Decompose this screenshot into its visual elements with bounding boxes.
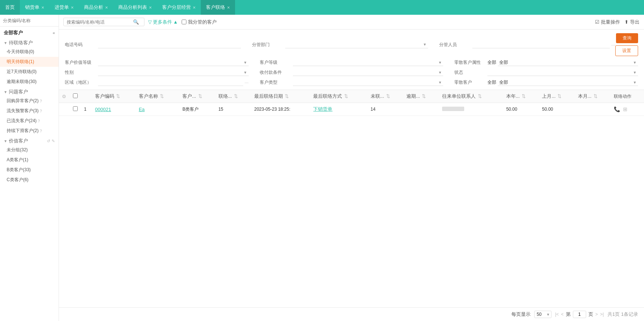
filter-payment: 收付款条件 ▼: [260, 69, 444, 76]
nav-sales[interactable]: 销货单 ✕: [20, 0, 49, 15]
nav-customer-seg[interactable]: 客户分层经营 ✕: [157, 0, 201, 15]
per-page-select[interactable]: 50 100 200: [534, 311, 552, 318]
close-icon[interactable]: ✕: [193, 6, 196, 10]
nav-analysis[interactable]: 商品分析 ✕: [79, 0, 113, 15]
sidebar-item-tomorrow[interactable]: 明天待联络(1): [0, 57, 59, 67]
sidebar-item-lost[interactable]: 已流失客户(24) ?: [0, 116, 59, 126]
edit-icon[interactable]: ✎: [52, 139, 55, 144]
search-bar-right: ☑ 批量操作 ⬆ 导出: [595, 19, 640, 25]
col-name[interactable]: 客户名称 ⇅: [136, 90, 180, 103]
export-btn[interactable]: ⬆ 导出: [624, 19, 640, 25]
search-input[interactable]: [67, 20, 133, 25]
filter-payment-select[interactable]: [293, 69, 444, 76]
refresh-icon[interactable]: ↺: [47, 139, 50, 144]
nav-customer-contact[interactable]: 客户联络 ✕: [201, 0, 235, 15]
search-input-wrap[interactable]: 🔍: [63, 18, 144, 26]
nav-purchase[interactable]: 进货单 ✕: [49, 0, 79, 15]
col-contacts[interactable]: 联络... ⇅: [216, 90, 251, 103]
col-last-contact-date[interactable]: 最后联络日期 ⇅: [251, 90, 311, 103]
customer-table: ⚙ 客户编码 ⇅ 客户名称 ⇅: [59, 90, 644, 116]
sidebar-group-problem[interactable]: ▼ 问题客户: [0, 87, 59, 96]
cell-checkbox[interactable]: [70, 103, 81, 116]
sidebar-item-ungrouped[interactable]: 未分组(32): [0, 145, 59, 155]
prev-page-btn[interactable]: <: [561, 312, 564, 317]
col-not-contacted[interactable]: 未联... ⇅: [368, 90, 403, 103]
filter-customer-level-select[interactable]: [293, 59, 444, 66]
col-this-month[interactable]: 本月... ⇅: [575, 90, 611, 103]
batch-op-btn[interactable]: ☑ 批量操作: [595, 19, 620, 25]
settings-icon[interactable]: ⚙: [62, 94, 66, 99]
close-icon[interactable]: ✕: [227, 6, 230, 10]
col-type[interactable]: 客户... ⇅: [179, 90, 215, 103]
customer-code-link[interactable]: 000021: [95, 107, 111, 112]
help-icon[interactable]: ?: [40, 109, 42, 113]
search-icon[interactable]: 🔍: [133, 19, 139, 25]
col-this-year[interactable]: 本年... ⇅: [503, 90, 539, 103]
close-icon[interactable]: ✕: [149, 6, 152, 10]
col-code[interactable]: 客户编码 ⇅: [92, 90, 136, 103]
col-checkbox[interactable]: [70, 90, 81, 103]
more-filter-btn[interactable]: ▽ 更多条件 ▲: [148, 19, 178, 25]
filter-customer-type-wrap: ▼: [293, 79, 444, 86]
first-page-btn[interactable]: |<: [555, 312, 559, 317]
nav-analysis-list[interactable]: 商品分析列表 ✕: [113, 0, 157, 15]
row-checkbox[interactable]: [73, 106, 78, 111]
filter-manager-input[interactable]: [472, 41, 610, 48]
sidebar-item-repurchase-abnormal[interactable]: 回购异常客户(2) ?: [0, 96, 59, 106]
col-last-contact-method[interactable]: 最后联络方式 ⇅: [310, 90, 367, 103]
phone-icon[interactable]: 📞: [614, 106, 620, 112]
sidebar-search-input[interactable]: [3, 18, 58, 23]
col-settings[interactable]: ⚙: [59, 90, 70, 103]
sidebar-item-overdue[interactable]: 逾期未联络(30): [0, 77, 59, 87]
last-page-btn[interactable]: >|: [600, 312, 604, 317]
col-unit-contact[interactable]: 往来单位联系人 ⇅: [439, 90, 503, 103]
select-all-checkbox[interactable]: [73, 93, 78, 98]
filter-phone-input[interactable]: [98, 41, 241, 48]
help-icon[interactable]: ?: [40, 99, 42, 103]
filter-retail-customer-select[interactable]: 全部: [498, 79, 638, 86]
close-icon[interactable]: ✕: [105, 6, 108, 10]
close-icon[interactable]: ✕: [41, 6, 44, 10]
all-customers-label[interactable]: 全部客户 «: [0, 27, 59, 38]
cell-name[interactable]: Ea: [136, 103, 180, 116]
filter-gender-select[interactable]: [98, 69, 249, 76]
sidebar-item-class-c[interactable]: C类客户(6): [0, 175, 59, 185]
more-icon[interactable]: ···: [611, 42, 615, 48]
filter-customer-value-wrap: ▼: [98, 59, 249, 66]
next-page-btn[interactable]: >: [595, 312, 598, 317]
more-icon[interactable]: ···: [245, 80, 249, 85]
my-customers-checkbox[interactable]: [182, 20, 186, 24]
filter-customer-value-select[interactable]: [98, 59, 249, 66]
sidebar-item-class-b[interactable]: B类客户(33): [0, 165, 59, 175]
query-btn[interactable]: 查询: [616, 33, 638, 43]
collapse-icon[interactable]: «: [53, 31, 55, 35]
grid-icon[interactable]: ⊞: [623, 106, 627, 112]
sidebar-group-value[interactable]: ▼ 价值客户 ↺ ✎: [0, 136, 59, 145]
filter-customer-type-select[interactable]: [293, 79, 444, 86]
nav-home[interactable]: 首页: [0, 0, 20, 15]
sidebar-item-class-a[interactable]: A类客户(1): [0, 155, 59, 165]
col-overdue[interactable]: 逾期... ⇅: [403, 90, 439, 103]
filter-gender: 性别 ▼: [65, 69, 249, 76]
sidebar-group-pending[interactable]: ▼ 待联络客户: [0, 38, 59, 47]
sidebar-item-week7[interactable]: 近7天待联络(0): [0, 67, 59, 77]
customer-name-link[interactable]: Ea: [139, 107, 145, 112]
sidebar: 🔍 全部客户 « ▼ 待联络客户 今天待联络(0) 明天待联络(1) 近7天待联…: [0, 15, 59, 321]
filter-region-input[interactable]: [98, 79, 243, 86]
sidebar-item-lost-risk[interactable]: 流失预警客户(3) ?: [0, 106, 59, 116]
col-last-month[interactable]: 上月... ⇅: [539, 90, 575, 103]
my-customers-check[interactable]: 我分管的客户: [182, 19, 217, 25]
page-number-input[interactable]: [573, 311, 586, 318]
close-icon[interactable]: ✕: [71, 6, 74, 10]
help-icon[interactable]: ?: [40, 129, 42, 133]
cell-last-contact-method[interactable]: 下销货单: [310, 103, 367, 116]
last-contact-method-link[interactable]: 下销货单: [313, 106, 332, 112]
filter-dept-select[interactable]: [285, 41, 428, 48]
sidebar-item-today[interactable]: 今天待联络(0): [0, 47, 59, 57]
sidebar-item-decline[interactable]: 持续下滑客户(2) ?: [0, 126, 59, 136]
reset-btn[interactable]: 设置: [615, 45, 638, 56]
filter-retail-attr-select[interactable]: 全部: [498, 59, 638, 66]
help-icon[interactable]: ?: [38, 119, 40, 123]
cell-code[interactable]: 000021: [92, 103, 136, 116]
filter-status-select[interactable]: [487, 69, 638, 76]
